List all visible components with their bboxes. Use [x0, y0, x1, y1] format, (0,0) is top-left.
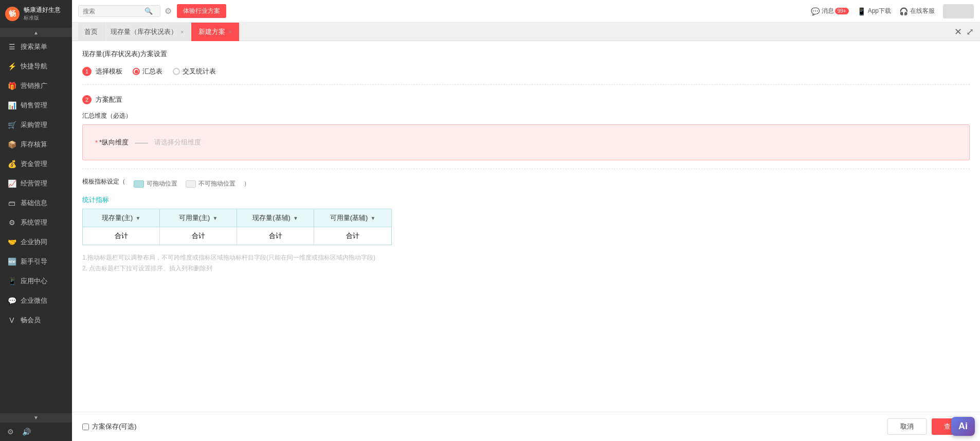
tips-area: 1.拖动标题栏可以调整布局，不可跨维度或指标区域拖动标杆目字段(只能在同一维度或… [82, 253, 970, 273]
sidebar-icon-guide: 🆕 [7, 258, 16, 266]
sidebar-scroll-down[interactable]: ▼ [0, 413, 72, 422]
stats-header-row: 现存量(主)▼可用量(主)▼现存量(基辅)▼可用量(基辅)▼ [83, 209, 391, 227]
radio-summary[interactable]: 汇总表 [133, 67, 162, 76]
page-content: 现存量(库存状况表)方案设置 1 选择模板 汇总表 [72, 41, 980, 441]
sidebar-icon-operations: 📈 [7, 179, 16, 188]
radio-summary-circle [133, 68, 140, 75]
sidebar-item-system[interactable]: ⚙系统管理 [0, 213, 72, 232]
legend-draggable: 可拖动位置 [134, 179, 177, 188]
search-input[interactable] [83, 8, 144, 15]
stats-aggregate-1: 合计 [192, 231, 205, 241]
sidebar-label-marketing: 营销推广 [21, 81, 47, 90]
tab-new-plan-close[interactable]: × [228, 29, 231, 35]
dimension-label: 汇总维度（必选） [82, 112, 970, 120]
search-box[interactable]: 🔍 [78, 5, 160, 17]
speaker-icon[interactable]: 🔊 [22, 428, 31, 436]
sidebar-item-app-center[interactable]: 📱应用中心 [0, 271, 72, 291]
ai-badge[interactable]: Ai [951, 417, 975, 436]
sidebar-label-guide: 新手引导 [21, 257, 47, 266]
sidebar-label-purchase: 采购管理 [21, 120, 47, 130]
chevron-down-icon-0: ▼ [135, 215, 140, 221]
sidebar-item-operations[interactable]: 📈经营管理 [0, 174, 72, 193]
sidebar-label-app-center: 应用中心 [21, 277, 47, 286]
stats-header-0[interactable]: 现存量(主)▼ [83, 209, 160, 227]
sidebar-item-quick-nav[interactable]: ⚡快捷导航 [0, 57, 72, 76]
stats-body-row: 合计合计合计合计 [83, 227, 391, 245]
tab-inventory[interactable]: 现存量（库存状况表） × [104, 23, 190, 41]
phone-icon: 📱 [857, 7, 866, 15]
section-1-header: 1 选择模板 汇总表 交叉统计表 [82, 67, 970, 76]
app-download-item[interactable]: 📱 App下载 [857, 7, 891, 15]
sidebar-item-guide[interactable]: 🆕新手引导 [0, 252, 72, 271]
trial-btn[interactable]: 体验行业方案 [177, 4, 226, 18]
chevron-down-icon-2: ▼ [293, 215, 298, 221]
sidebar-footer: ⚙ 🔊 [0, 422, 72, 441]
sidebar-icon-sales: 📊 [7, 101, 16, 109]
sidebar-item-enterprise[interactable]: 🤝企业协同 [0, 232, 72, 252]
tab-new-plan[interactable]: 新建方案 × [191, 23, 239, 41]
page-inner: 现存量(库存状况表)方案设置 1 选择模板 汇总表 [72, 41, 980, 412]
tab-new-plan-label: 新建方案 [198, 27, 225, 36]
sidebar-icon-wechat: 💬 [7, 297, 16, 305]
page-footer: 方案保存(可选) 取消 查询 [72, 412, 980, 441]
sidebar-label-operations: 经营管理 [21, 179, 47, 188]
customer-service-item[interactable]: 🎧 在线客服 [899, 7, 935, 15]
stats-cell-0: 合计 [83, 227, 160, 245]
stats-header-3[interactable]: 可用量(基辅)▼ [314, 209, 391, 227]
sidebar-label-member: 畅会员 [21, 316, 41, 325]
logo-sub: 标准版 [24, 14, 61, 22]
radio-summary-label: 汇总表 [142, 67, 162, 76]
topbar-left: 🔍 ⚙ 体验行业方案 [78, 4, 811, 18]
sidebar-item-finance[interactable]: 💰资金管理 [0, 154, 72, 174]
stats-cell-3: 合计 [314, 227, 391, 245]
dim-placeholder[interactable]: 请选择分组维度 [154, 138, 201, 147]
stats-header-2[interactable]: 现存量(基辅)▼ [237, 209, 314, 227]
sidebar-item-marketing[interactable]: 🎁营销推广 [0, 76, 72, 96]
user-avatar[interactable] [943, 4, 974, 19]
sidebar-icon-quick-nav: ⚡ [7, 62, 16, 70]
sidebar-item-sales[interactable]: 📊销售管理 [0, 96, 72, 115]
legend-draggable-label: 可拖动位置 [147, 179, 177, 188]
radio-cross[interactable]: 交叉统计表 [173, 67, 216, 76]
stats-grid: 现存量(主)▼可用量(主)▼现存量(基辅)▼可用量(基辅)▼ 合计合计合计合计 [82, 209, 392, 245]
tab-home[interactable]: 首页 [78, 23, 104, 41]
main-area: 🔍 ⚙ 体验行业方案 💬 消息 99+ 📱 App下载 🎧 在线客服 首 [72, 0, 980, 441]
save-checkbox-area: 方案保存(可选) [82, 422, 137, 431]
radio-cross-label: 交叉统计表 [183, 67, 216, 76]
topbar-gear-icon[interactable]: ⚙ [165, 6, 172, 16]
tip-2: 2. 点击标题栏下拉可设置排序、插入列和删除列 [82, 264, 970, 273]
sidebar-item-basic-info[interactable]: 🗃基础信息 [0, 193, 72, 213]
sidebar-icon-search-menu: ☰ [7, 43, 16, 51]
messages-item[interactable]: 💬 消息 99+ [811, 7, 849, 15]
dim-dash: —— [135, 139, 148, 146]
topbar-right: 💬 消息 99+ 📱 App下载 🎧 在线客服 [811, 4, 974, 19]
message-icon: 💬 [811, 7, 820, 15]
legend-fixed-label: 不可拖动位置 [198, 179, 235, 188]
sidebar: 畅 畅康通好生意 标准版 ▲ ☰搜索菜单⚡快捷导航🎁营销推广📊销售管理🛒采购管理… [0, 0, 72, 441]
sidebar-item-purchase[interactable]: 🛒采购管理 [0, 115, 72, 135]
save-checkbox-label: 方案保存(可选) [92, 422, 137, 431]
cancel-button[interactable]: 取消 [887, 418, 927, 435]
section-1: 1 选择模板 汇总表 交叉统计表 [82, 67, 970, 85]
stats-header-1[interactable]: 可用量(主)▼ [160, 209, 237, 227]
sidebar-item-search-menu[interactable]: ☰搜索菜单 [0, 37, 72, 57]
save-checkbox[interactable] [82, 424, 89, 430]
dim-required-star: * [95, 139, 98, 146]
sidebar-item-wechat[interactable]: 💬企业微信 [0, 291, 72, 310]
section-1-divider [82, 84, 970, 85]
legend-fixed: 不可拖动位置 [186, 179, 235, 188]
stats-col-label-3: 可用量(基辅) [330, 213, 368, 223]
logo-name: 畅康通好生意 [24, 6, 61, 14]
sidebar-scroll-up[interactable]: ▲ [0, 28, 72, 37]
sidebar-item-inventory[interactable]: 📦库存核算 [0, 135, 72, 154]
settings-icon[interactable]: ⚙ [7, 428, 14, 436]
dimension-box: * *纵向维度 —— 请选择分组维度 [82, 124, 970, 160]
sidebar-item-member[interactable]: V畅会员 [0, 310, 72, 330]
section-1-title: 选择模板 [96, 67, 122, 76]
panel-close-icon[interactable]: ✕ [954, 26, 962, 38]
section-2-divider [82, 169, 970, 169]
metrics-close-paren: ） [244, 179, 250, 188]
panel-expand-icon[interactable]: ⤢ [966, 26, 974, 38]
tab-inventory-close[interactable]: × [180, 29, 184, 35]
tip-1: 1.拖动标题栏可以调整布局，不可跨维度或指标区域拖动标杆目字段(只能在同一维度或… [82, 253, 970, 262]
